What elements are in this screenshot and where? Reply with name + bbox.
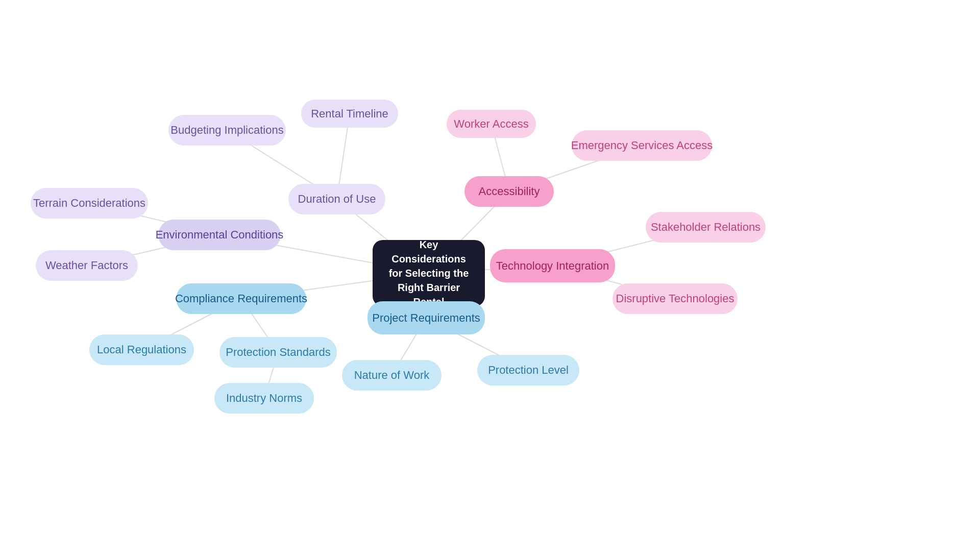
node-env-conditions: Environmental Conditions xyxy=(158,220,281,250)
node-worker-access: Worker Access xyxy=(447,110,536,138)
node-terrain: Terrain Considerations xyxy=(31,188,148,219)
node-nature-work: Nature of Work xyxy=(342,360,442,391)
node-protection-standards: Protection Standards xyxy=(219,337,337,368)
node-protection-level: Protection Level xyxy=(477,355,579,386)
node-project-reqs: Project Requirements xyxy=(368,301,485,334)
mind-map-container: Key Considerations for Selecting the Rig… xyxy=(0,0,980,553)
node-stakeholder: Stakeholder Relations xyxy=(646,212,766,243)
node-emergency-access: Emergency Services Access xyxy=(572,130,712,161)
node-center: Key Considerations for Selecting the Rig… xyxy=(373,240,485,306)
node-compliance: Compliance Requirements xyxy=(176,283,306,314)
node-disruptive: Disruptive Technologies xyxy=(612,283,738,314)
node-local-regs: Local Regulations xyxy=(89,334,194,365)
node-industry-norms: Industry Norms xyxy=(214,383,314,414)
connections-svg xyxy=(0,0,980,553)
node-tech-integration: Technology Integration xyxy=(490,249,615,282)
node-accessibility: Accessibility xyxy=(464,176,554,207)
node-budgeting: Budgeting Implications xyxy=(168,115,286,146)
node-weather: Weather Factors xyxy=(36,250,138,281)
node-rental-timeline: Rental Timeline xyxy=(301,100,398,128)
node-duration: Duration of Use xyxy=(288,184,385,214)
